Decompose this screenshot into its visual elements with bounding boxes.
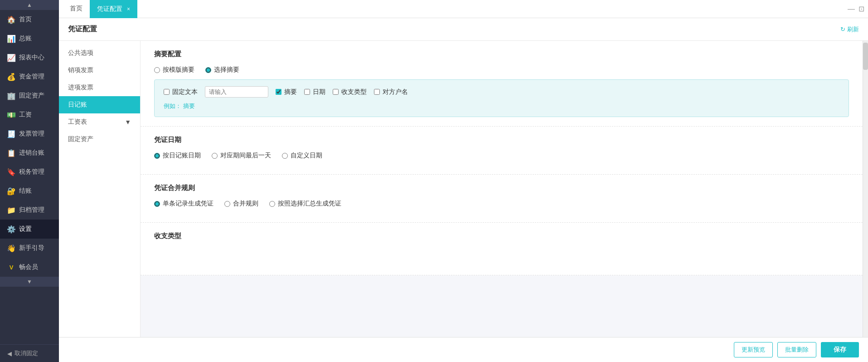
right-scrollbar[interactable]: [863, 41, 868, 337]
abstract-config-box: 固定文本 摘要 日期 收支类型: [154, 79, 849, 117]
abstract-checkbox-row: 固定文本 摘要 日期 收支类型: [164, 86, 839, 98]
radio-select-abstract[interactable]: 选择摘要: [205, 66, 239, 74]
page-title: 凭证配置: [68, 24, 97, 34]
abstract-section-title: 摘要配置: [154, 50, 849, 59]
reports-icon: 📈: [7, 54, 15, 62]
chevron-down-icon: ▼: [125, 118, 131, 126]
radio-batch-generate-input[interactable]: [269, 201, 275, 207]
archive-icon: 📁: [7, 206, 15, 214]
radio-single-record-input[interactable]: [154, 201, 160, 207]
radio-template-abstract[interactable]: 按模版摘要: [154, 66, 194, 74]
checkbox-income-type-input[interactable]: [333, 89, 339, 95]
checkbox-income-type[interactable]: 收支类型: [333, 88, 367, 96]
refresh-button[interactable]: ↻ 刷新: [840, 25, 859, 34]
pin-icon: ◀: [7, 350, 12, 357]
checkbox-fixed-text[interactable]: 固定文本: [164, 88, 198, 96]
left-nav-public[interactable]: 公共选项: [59, 44, 140, 62]
sidebar-item-tax[interactable]: 🔖 税务管理: [0, 162, 59, 181]
sidebar-item-assets[interactable]: 🏢 固定资产: [0, 86, 59, 105]
minimize-button[interactable]: —: [848, 5, 855, 13]
radio-period-last[interactable]: 对应期间最后一天: [212, 152, 271, 160]
sidebar-item-vip[interactable]: V 畅会员: [0, 258, 59, 277]
abstract-radio-group: 按模版摘要 选择摘要: [154, 66, 849, 74]
merge-radio-group: 单条记录生成凭证 合并规则 按照选择汇总生成凭证: [154, 200, 849, 208]
radio-merge-rule[interactable]: 合并规则: [224, 200, 258, 208]
date-config-section: 凭证日期 按日记账日期 对应期间最后一天 自定义日期: [141, 127, 863, 175]
funds-icon: 💰: [7, 73, 15, 81]
date-section-title: 凭证日期: [154, 136, 849, 144]
left-nav-payroll-table[interactable]: 工资表 ▼: [59, 113, 140, 131]
sidebar-item-funds[interactable]: 💰 资金管理: [0, 67, 59, 86]
sidebar-item-ledger[interactable]: 📊 总账: [0, 29, 59, 48]
checkbox-fixed-text-input[interactable]: [164, 89, 170, 95]
sidebar-item-sales-ledger[interactable]: 📋 进销台账: [0, 143, 59, 162]
checkbox-date[interactable]: 日期: [304, 88, 325, 96]
sales-ledger-icon: 📋: [7, 149, 15, 157]
left-nav-sales-invoice[interactable]: 销项发票: [59, 62, 140, 79]
sidebar-item-home[interactable]: 🏠 首页: [0, 10, 59, 29]
fixed-text-input[interactable]: [205, 86, 268, 98]
checkbox-abstract[interactable]: 摘要: [276, 88, 297, 96]
left-nav-purchase-invoice[interactable]: 进项发票: [59, 79, 140, 96]
checkbox-counterpart-input[interactable]: [374, 89, 380, 95]
main-area: 首页 凭证配置 × — ⊡ 凭证配置 ↻ 刷新 公共选项 销项发票 进项: [59, 0, 868, 362]
sidebar-scroll-up[interactable]: ▲: [0, 0, 59, 10]
left-nav-journal[interactable]: 日记账: [59, 96, 140, 113]
ledger-icon: 📊: [7, 34, 15, 43]
abstract-example-label: 例如： 摘要: [164, 103, 195, 109]
invoice-mgmt-icon: 🧾: [7, 130, 15, 138]
tax-icon: 🔖: [7, 168, 15, 176]
merge-config-section: 凭证合并规则 单条记录生成凭证 合并规则 按照选择汇总生成凭证: [141, 175, 863, 223]
left-nav-fixed-assets[interactable]: 固定资产: [59, 131, 140, 148]
checkbox-date-input[interactable]: [304, 89, 310, 95]
vip-icon: V: [7, 263, 15, 271]
tab-close-button[interactable]: ×: [127, 6, 130, 12]
close-accounts-icon: 🔐: [7, 187, 15, 195]
sidebar-unpin[interactable]: ◀ 取消固定: [0, 344, 59, 362]
sidebar-scroll-down[interactable]: ▼: [0, 277, 59, 287]
batch-delete-button[interactable]: 批量删除: [777, 342, 816, 357]
radio-merge-rule-input[interactable]: [224, 201, 230, 207]
bottom-action-bar: 更新预览 批量删除 保存: [59, 337, 868, 362]
radio-batch-generate[interactable]: 按照选择汇总生成凭证: [269, 200, 341, 208]
sidebar-item-reports[interactable]: 📈 报表中心: [0, 48, 59, 67]
assets-icon: 🏢: [7, 92, 15, 100]
sidebar-item-guide[interactable]: 👋 新手引导: [0, 239, 59, 258]
sidebar-item-payroll[interactable]: 💵 工资: [0, 105, 59, 124]
radio-custom-date-input[interactable]: [282, 153, 288, 159]
page-header: 凭证配置 ↻ 刷新: [59, 18, 868, 41]
scrollbar-thumb[interactable]: [863, 43, 868, 70]
left-nav: 公共选项 销项发票 进项发票 日记账 工资表 ▼ 固定资产: [59, 41, 141, 337]
radio-journal-date[interactable]: 按日记账日期: [154, 152, 201, 160]
radio-journal-date-input[interactable]: [154, 153, 160, 159]
income-type-section: 收支类型: [141, 223, 863, 275]
restore-button[interactable]: ⊡: [858, 5, 864, 13]
checkbox-abstract-input[interactable]: [276, 89, 281, 95]
tab-actions: — ⊡: [848, 5, 864, 13]
update-preview-button[interactable]: 更新预览: [734, 342, 773, 357]
radio-single-record[interactable]: 单条记录生成凭证: [154, 200, 213, 208]
content-layout: 公共选项 销项发票 进项发票 日记账 工资表 ▼ 固定资产 摘要配置: [59, 41, 868, 337]
date-radio-group: 按日记账日期 对应期间最后一天 自定义日期: [154, 152, 849, 160]
payroll-icon: 💵: [7, 111, 15, 119]
sidebar-item-settings[interactable]: ⚙️ 设置: [0, 220, 59, 239]
income-type-section-title: 收支类型: [154, 232, 849, 240]
radio-period-last-input[interactable]: [212, 153, 218, 159]
sidebar-item-archive[interactable]: 📁 归档管理: [0, 201, 59, 220]
guide-icon: 👋: [7, 244, 15, 252]
tab-voucher-config[interactable]: 凭证配置 ×: [90, 0, 137, 18]
radio-template-input[interactable]: [154, 67, 160, 73]
radio-select-input[interactable]: [205, 67, 211, 73]
refresh-icon: ↻: [840, 26, 845, 33]
tab-home[interactable]: 首页: [63, 0, 90, 18]
merge-section-title: 凭证合并规则: [154, 184, 849, 192]
save-button[interactable]: 保存: [821, 342, 859, 357]
settings-icon: ⚙️: [7, 225, 15, 233]
sidebar-item-invoice-mgmt[interactable]: 🧾 发票管理: [0, 124, 59, 143]
tab-bar: 首页 凭证配置 × — ⊡: [59, 0, 868, 18]
home-icon: 🏠: [7, 15, 15, 24]
radio-custom-date[interactable]: 自定义日期: [282, 152, 322, 160]
checkbox-counterpart[interactable]: 对方户名: [374, 88, 408, 96]
sidebar-item-close[interactable]: 🔐 结账: [0, 181, 59, 201]
sidebar: ▲ 🏠 首页 📊 总账 📈 报表中心 💰 资金管理 🏢 固定资产 💵 工资 🧾 …: [0, 0, 59, 362]
